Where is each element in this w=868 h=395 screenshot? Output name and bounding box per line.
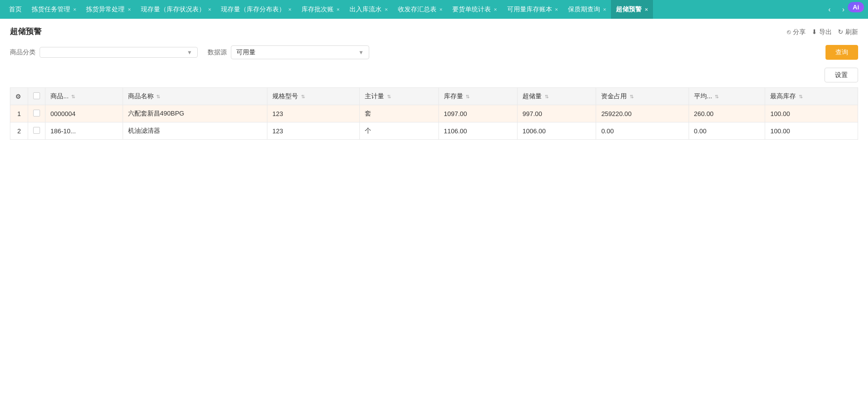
close-icon[interactable]: × xyxy=(73,6,76,12)
select-all-header[interactable] xyxy=(28,88,45,105)
close-icon[interactable]: × xyxy=(288,6,291,12)
chevron-down-icon: ▼ xyxy=(358,49,364,55)
row-checkbox-cell[interactable] xyxy=(28,105,45,122)
sort-icon: ⇅ xyxy=(799,94,803,99)
filter-row: 商品分类 ▼ 数据源 可用量 ▼ 查询 xyxy=(10,45,858,60)
nav-item-pick-abnormal[interactable]: 拣货异常处理 × xyxy=(81,0,135,19)
row-checkbox[interactable] xyxy=(33,110,40,117)
col-unit[interactable]: 主计量 ⇅ xyxy=(360,88,438,105)
settings-button[interactable]: 设置 xyxy=(825,68,858,82)
col-label-unit: 主计量 xyxy=(365,92,384,100)
category-select[interactable]: ▼ xyxy=(40,47,198,58)
cell-capital: 259220.00 xyxy=(596,105,689,122)
row-number: 1 xyxy=(10,105,28,122)
col-label-max-stock: 最高库存 xyxy=(770,92,796,100)
refresh-button[interactable]: ↻ 刷新 xyxy=(838,28,858,37)
nav-item-stock-dist[interactable]: 现存量（库存分布表） × xyxy=(216,0,296,19)
page-title: 超储预警 xyxy=(10,27,42,37)
col-label-avg: 平均... xyxy=(694,92,712,100)
cell-product-code: 186-10... xyxy=(45,122,123,140)
nav-item-batch[interactable]: 库存批次账 × xyxy=(297,0,345,19)
nav-item-available[interactable]: 可用量库存账本 × xyxy=(502,0,563,19)
cell-capital: 0.00 xyxy=(596,122,689,140)
row-number: 2 xyxy=(10,122,28,140)
nav-item-home[interactable]: 首页 xyxy=(4,0,27,19)
cell-overflow: 1006.00 xyxy=(518,122,596,140)
filter-actions: 查询 xyxy=(825,45,858,60)
close-icon[interactable]: × xyxy=(645,6,648,12)
cell-unit: 个 xyxy=(360,122,438,140)
page-content: 超储预警 ⎋ 分享 ⬇ 导出 ↻ 刷新 商品分类 ▼ 数据源 xyxy=(0,19,868,395)
gear-column-header[interactable]: ⚙ xyxy=(10,88,28,105)
close-icon[interactable]: × xyxy=(208,6,211,12)
nav-bar: 首页 拣货任务管理 × 拣货异常处理 × 现存量（库存状况表） × 现存量（库存… xyxy=(0,0,868,19)
sort-icon: ⇅ xyxy=(466,94,470,99)
row-checkbox-cell[interactable] xyxy=(28,122,45,140)
select-all-checkbox[interactable] xyxy=(33,92,40,99)
close-icon[interactable]: × xyxy=(385,6,388,12)
chevron-down-icon: ▼ xyxy=(187,49,192,55)
nav-item-order-stat[interactable]: 要货单统计表 × xyxy=(447,0,502,19)
cell-max-stock: 100.00 xyxy=(765,105,858,122)
export-icon: ⬇ xyxy=(812,28,817,36)
table-row: 2 186-10... 机油滤清器 123 个 1106.00 1006.00 … xyxy=(10,122,858,140)
col-avg[interactable]: 平均... ⇅ xyxy=(689,88,765,105)
row-checkbox[interactable] xyxy=(33,127,40,134)
nav-item-pick-task[interactable]: 拣货任务管理 × xyxy=(27,0,81,19)
col-overflow[interactable]: 超储量 ⇅ xyxy=(518,88,596,105)
col-max-stock[interactable]: 最高库存 ⇅ xyxy=(765,88,858,105)
datasource-value: 可用量 xyxy=(236,48,256,57)
datasource-select[interactable]: 可用量 ▼ xyxy=(231,45,369,59)
col-stock[interactable]: 库存量 ⇅ xyxy=(438,88,517,105)
col-label-capital: 资金占用 xyxy=(601,92,627,100)
close-icon[interactable]: × xyxy=(337,6,340,12)
query-button[interactable]: 查询 xyxy=(825,45,858,60)
sort-icon: ⇅ xyxy=(715,94,719,99)
cell-product-code: 0000004 xyxy=(45,105,123,122)
cell-spec: 123 xyxy=(267,122,359,140)
col-product-name[interactable]: 商品名称 ⇅ xyxy=(123,88,267,105)
refresh-icon: ↻ xyxy=(838,28,843,36)
col-label-product-code: 商品... xyxy=(50,92,69,100)
col-capital[interactable]: 资金占用 ⇅ xyxy=(596,88,689,105)
cell-max-stock: 100.00 xyxy=(765,122,858,140)
sort-icon: ⇅ xyxy=(630,94,634,99)
cell-spec: 123 xyxy=(267,105,359,122)
close-icon[interactable]: × xyxy=(494,6,497,12)
category-filter: 商品分类 ▼ xyxy=(10,47,198,58)
export-button[interactable]: ⬇ 导出 xyxy=(812,28,832,37)
nav-prev-button[interactable]: ‹ xyxy=(823,0,836,19)
header-actions: ⎋ 分享 ⬇ 导出 ↻ 刷新 xyxy=(787,28,858,37)
nav-item-flow[interactable]: 出入库流水 × xyxy=(345,0,392,19)
share-button[interactable]: ⎋ 分享 xyxy=(787,28,806,37)
col-label-overflow: 超储量 xyxy=(522,92,542,100)
cell-stock: 1106.00 xyxy=(438,122,517,140)
ai-badge[interactable]: Ai xyxy=(848,2,864,12)
cell-unit: 套 xyxy=(360,105,438,122)
sort-icon: ⇅ xyxy=(156,94,160,99)
category-label: 商品分类 xyxy=(10,48,36,57)
sort-icon: ⇅ xyxy=(545,94,549,99)
nav-item-expiry[interactable]: 保质期查询 × xyxy=(563,0,611,19)
cell-stock: 1097.00 xyxy=(438,105,517,122)
close-icon[interactable]: × xyxy=(555,6,558,12)
share-icon: ⎋ xyxy=(787,28,791,36)
settings-row: 设置 xyxy=(10,68,858,82)
sort-icon: ⇅ xyxy=(387,94,391,99)
close-icon[interactable]: × xyxy=(603,6,606,12)
data-table: ⚙ 商品... ⇅ 商品名称 ⇅ 规格型号 ⇅ 主计量 xyxy=(10,87,858,140)
close-icon[interactable]: × xyxy=(439,6,442,12)
nav-item-summary[interactable]: 收发存汇总表 × xyxy=(393,0,447,19)
col-spec[interactable]: 规格型号 ⇅ xyxy=(267,88,359,105)
sort-icon: ⇅ xyxy=(71,94,75,99)
table-body: 1 0000004 六配套新昌490BPG 123 套 1097.00 997.… xyxy=(10,105,858,140)
col-product-code[interactable]: 商品... ⇅ xyxy=(45,88,123,105)
page-header: 超储预警 ⎋ 分享 ⬇ 导出 ↻ 刷新 xyxy=(10,27,858,37)
col-label-stock: 库存量 xyxy=(444,92,463,100)
nav-item-stock-status[interactable]: 现存量（库存状况表） × xyxy=(136,0,216,19)
nav-item-overflow[interactable]: 超储预警 × xyxy=(611,0,652,19)
cell-product-name: 机油滤清器 xyxy=(123,122,267,140)
table-row: 1 0000004 六配套新昌490BPG 123 套 1097.00 997.… xyxy=(10,105,858,122)
close-icon[interactable]: × xyxy=(128,6,130,12)
table-header: ⚙ 商品... ⇅ 商品名称 ⇅ 规格型号 ⇅ 主计量 xyxy=(10,88,858,105)
